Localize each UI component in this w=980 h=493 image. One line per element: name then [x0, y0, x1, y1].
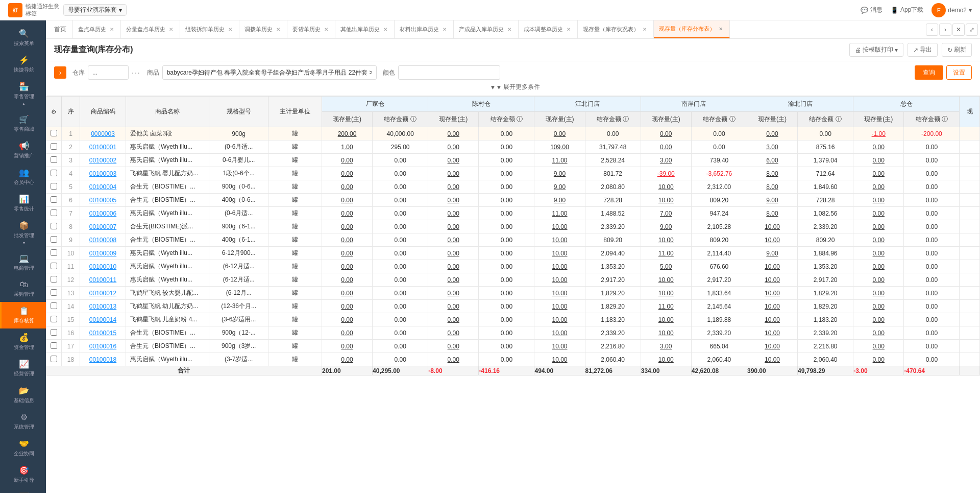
- tab-other-out[interactable]: 其他出库单历史 ✕: [335, 20, 395, 38]
- cell-t-stock[interactable]: 0.00: [853, 220, 904, 233]
- cell-na-stock[interactable]: 10.00: [641, 233, 691, 247]
- cell-na-stock[interactable]: -39.00: [641, 167, 691, 180]
- cell-t-stock[interactable]: 0.00: [853, 313, 904, 326]
- cell-code[interactable]: 00100018: [80, 353, 126, 366]
- cell-jb-stock[interactable]: 9.00: [534, 167, 585, 180]
- cell-fw-stock[interactable]: 0.00: [322, 313, 372, 326]
- sidebar-item-ecommerce[interactable]: 💻 电商管理: [0, 249, 46, 276]
- tab-close-transfer[interactable]: ✕: [275, 26, 282, 33]
- tab-cost-adjust[interactable]: 成本调整单历史 ✕: [519, 20, 578, 38]
- cell-yb-stock[interactable]: 10.00: [747, 273, 797, 287]
- cell-fw-stock[interactable]: 0.00: [322, 194, 372, 207]
- cell-checkbox[interactable]: [46, 140, 62, 154]
- cell-code[interactable]: 00100014: [80, 313, 126, 326]
- sidebar-item-retail-mgmt[interactable]: 🏪 零售管理 ▲: [0, 78, 46, 110]
- cell-mw-stock[interactable]: 0.00: [428, 273, 479, 287]
- cell-mw-stock[interactable]: 0.00: [428, 233, 479, 247]
- cell-code[interactable]: 0000003: [80, 127, 126, 140]
- sidebar-item-finance[interactable]: 💰 资金管理: [0, 328, 46, 355]
- print-btn[interactable]: 🖨 按模版打印 ▾: [849, 43, 903, 57]
- row-checkbox[interactable]: [51, 196, 57, 203]
- cell-t-stock[interactable]: 0.00: [853, 180, 904, 194]
- sidebar-item-newguide[interactable]: 🎯 新手引导: [0, 461, 46, 488]
- cell-mw-stock[interactable]: 0.00: [428, 260, 479, 273]
- cell-code[interactable]: 00100009: [80, 247, 126, 260]
- cell-checkbox[interactable]: [46, 233, 62, 247]
- cell-checkbox[interactable]: [46, 353, 62, 366]
- cell-jb-stock[interactable]: 10.00: [534, 287, 585, 300]
- cell-code[interactable]: 00100006: [80, 207, 126, 220]
- messages-btn[interactable]: 💬 消息: [861, 6, 883, 14]
- cell-t-stock[interactable]: 0.00: [853, 300, 904, 313]
- cell-yb-stock[interactable]: 6.00: [747, 154, 797, 167]
- cell-jb-stock[interactable]: 109.00: [534, 140, 585, 154]
- tab-close-inventory-check[interactable]: ✕: [108, 26, 115, 33]
- tab-prev-btn[interactable]: ‹: [926, 24, 938, 36]
- sidebar-item-retail-mall[interactable]: 🛒 零售商城: [0, 110, 46, 137]
- cell-yb-stock[interactable]: 10.00: [747, 313, 797, 326]
- row-checkbox[interactable]: [51, 289, 57, 296]
- row-checkbox[interactable]: [51, 329, 57, 336]
- cell-mw-stock[interactable]: 0.00: [428, 140, 479, 154]
- sidebar-item-appcenter[interactable]: 🔲 应用中心: [0, 488, 46, 493]
- cell-fw-stock[interactable]: 0.00: [322, 260, 372, 273]
- cell-yb-stock[interactable]: 9.00: [747, 194, 797, 207]
- cell-yb-stock[interactable]: 10.00: [747, 300, 797, 313]
- row-checkbox[interactable]: [51, 170, 57, 176]
- sidebar-item-enterprise[interactable]: 🤝 企业协同: [0, 435, 46, 461]
- cell-yb-stock[interactable]: 8.00: [747, 180, 797, 194]
- cell-na-stock[interactable]: 11.00: [641, 247, 691, 260]
- cell-t-stock[interactable]: 0.00: [853, 247, 904, 260]
- refresh-btn[interactable]: ↻ 刷新: [942, 43, 972, 57]
- cell-code[interactable]: 00100002: [80, 154, 126, 167]
- tab-partial-check[interactable]: 分量盘点单历史 ✕: [121, 20, 180, 38]
- cell-t-stock[interactable]: -1.00: [853, 127, 904, 140]
- row-checkbox[interactable]: [51, 236, 57, 243]
- cell-na-stock[interactable]: 10.00: [641, 313, 691, 326]
- cell-code[interactable]: 00100001: [80, 140, 126, 154]
- cell-code[interactable]: 00100005: [80, 194, 126, 207]
- cell-fw-stock[interactable]: 0.00: [322, 353, 372, 366]
- cell-mw-stock[interactable]: 0.00: [428, 340, 479, 353]
- cell-yb-stock[interactable]: 3.00: [747, 140, 797, 154]
- cell-t-stock[interactable]: 0.00: [853, 207, 904, 220]
- cell-yb-stock[interactable]: 10.00: [747, 353, 797, 366]
- cell-mw-stock[interactable]: 0.00: [428, 207, 479, 220]
- cell-mw-stock[interactable]: 0.00: [428, 127, 479, 140]
- cell-yb-stock[interactable]: 8.00: [747, 167, 797, 180]
- cell-na-stock[interactable]: 10.00: [641, 326, 691, 340]
- tab-expand-btn[interactable]: ⤢: [966, 24, 978, 36]
- cell-jb-stock[interactable]: 9.00: [534, 194, 585, 207]
- sidebar-item-search[interactable]: 🔍 搜索英单: [0, 25, 46, 51]
- filter-toggle-btn[interactable]: ›: [54, 66, 66, 79]
- warehouse-input[interactable]: [88, 65, 129, 80]
- cell-mw-stock[interactable]: 0.00: [428, 220, 479, 233]
- color-input[interactable]: [398, 65, 500, 80]
- cell-jb-stock[interactable]: 10.00: [534, 233, 585, 247]
- tab-transfer[interactable]: 调拨单历史 ✕: [239, 20, 287, 38]
- tab-close-all-btn[interactable]: ✕: [952, 24, 965, 36]
- cell-jb-stock[interactable]: 10.00: [534, 247, 585, 260]
- cell-checkbox[interactable]: [46, 154, 62, 167]
- cell-code[interactable]: 00100015: [80, 326, 126, 340]
- expand-conditions-btn[interactable]: ▼▼ 展开更多条件: [490, 83, 541, 91]
- cell-t-stock[interactable]: 0.00: [853, 340, 904, 353]
- cell-na-stock[interactable]: 10.00: [641, 353, 691, 366]
- row-checkbox[interactable]: [51, 143, 57, 150]
- cell-checkbox[interactable]: [46, 326, 62, 340]
- tab-close-stock-dist[interactable]: ✕: [717, 26, 724, 32]
- cell-mw-stock[interactable]: 0.00: [428, 287, 479, 300]
- cell-fw-stock[interactable]: 0.00: [322, 154, 372, 167]
- cell-yb-stock[interactable]: 10.00: [747, 260, 797, 273]
- tab-home[interactable]: 首页: [48, 20, 73, 38]
- cell-mw-stock[interactable]: 0.00: [428, 313, 479, 326]
- cell-t-stock[interactable]: 0.00: [853, 140, 904, 154]
- cell-mw-stock[interactable]: 0.00: [428, 194, 479, 207]
- cell-checkbox[interactable]: [46, 194, 62, 207]
- cell-na-stock[interactable]: 9.00: [641, 220, 691, 233]
- cell-checkbox[interactable]: [46, 340, 62, 353]
- cell-na-stock[interactable]: 10.00: [641, 180, 691, 194]
- tab-close-demand[interactable]: ✕: [323, 26, 330, 33]
- cell-checkbox[interactable]: [46, 247, 62, 260]
- export-btn[interactable]: ↗ 导出: [908, 43, 938, 57]
